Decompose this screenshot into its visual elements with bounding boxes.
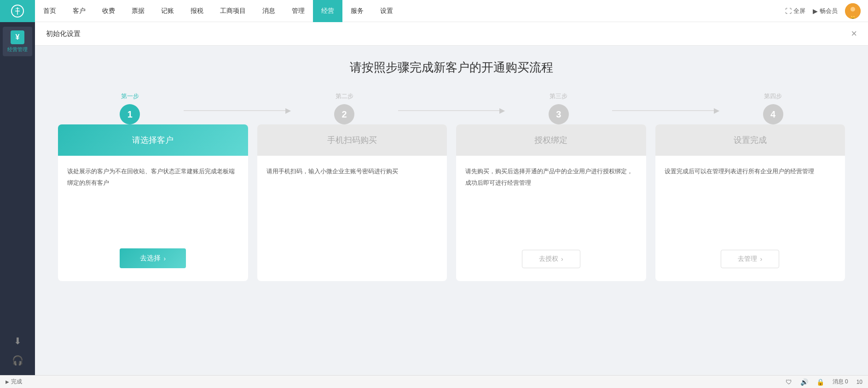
chevron-right-3-icon: › <box>760 255 762 263</box>
shield-icon: 🛡 <box>786 378 792 386</box>
nav-item-manage[interactable]: 管理 <box>284 0 313 22</box>
nav-items: 首页 客户 收费 票据 记账 报税 工商项目 消息 管理 经营 服务 设置 <box>35 0 785 22</box>
card-4: 设置完成 设置完成后可以在管理列表进行所有企业用户的经营管理 去管理 › <box>655 124 845 281</box>
page-header: 初始化设置 × <box>35 22 868 46</box>
avatar[interactable]: 😸 <box>845 3 861 19</box>
nav-item-industry[interactable]: 工商项目 <box>212 0 254 22</box>
page-title: 初始化设置 <box>46 29 81 38</box>
card-2-footer <box>257 261 447 281</box>
card-3-body: 请先购买，购买后选择开通的产品中的企业用户进行授权绑定，成功后即可进行经营管理 <box>456 156 646 242</box>
sidebar-item-label: 经营管理 <box>7 46 28 53</box>
sidebar-item-operation[interactable]: ¥ 经营管理 <box>3 27 32 56</box>
status-label: 完成 <box>11 378 22 386</box>
arrow-2-icon: ▶ <box>499 106 505 115</box>
nav-logo <box>0 0 35 22</box>
nav-right: ⛶ 全屏 ▶ 畅会员 😸 <box>785 3 868 19</box>
sidebar-headset-icon[interactable]: 🎧 <box>12 355 23 366</box>
card-2-header: 手机扫码购买 <box>257 124 447 156</box>
card-3: 授权绑定 请先购买，购买后选择开通的产品中的企业用户进行授权绑定，成功后即可进行… <box>456 124 646 281</box>
chevron-right-icon: › <box>163 255 166 262</box>
connector-3: ▶ <box>612 106 719 115</box>
statusbar-right: 🛡 🔊 🔒 消息 0 10 <box>786 378 862 386</box>
step-4: 第四步 4 <box>719 92 827 124</box>
lock-icon: 🔒 <box>816 378 824 386</box>
fullscreen-label: 全屏 <box>793 7 805 15</box>
cards-container: 请选择客户 该处展示的客户为不在回收站、客户状态正常建账后完成老板端绑定的所有客… <box>58 124 845 281</box>
step-1-label: 第一步 <box>121 92 139 100</box>
step-2-label: 第二步 <box>336 92 353 100</box>
go-select-button[interactable]: 去选择 › <box>120 248 186 268</box>
nav-item-service[interactable]: 服务 <box>342 0 372 22</box>
time-display: 10 <box>856 379 862 385</box>
nav-item-ticket[interactable]: 票据 <box>123 0 153 22</box>
arrow-1-icon: ▶ <box>285 106 291 115</box>
nav-item-customer[interactable]: 客户 <box>64 0 94 22</box>
nav-item-tax[interactable]: 报税 <box>182 0 212 22</box>
nav-item-message[interactable]: 消息 <box>254 0 284 22</box>
card-3-header: 授权绑定 <box>456 124 646 156</box>
nav-item-fee[interactable]: 收费 <box>94 0 123 22</box>
statusbar: ▶ 完成 🛡 🔊 🔒 消息 0 10 <box>0 375 868 388</box>
member-label: 畅会员 <box>820 7 838 15</box>
nav-item-bookkeeping[interactable]: 记账 <box>153 0 182 22</box>
step-4-label: 第四步 <box>764 92 782 100</box>
card-1: 请选择客户 该处展示的客户为不在回收站、客户状态正常建账后完成老板端绑定的所有客… <box>58 124 248 281</box>
nav-item-operation[interactable]: 经营 <box>313 0 342 22</box>
card-4-body: 设置完成后可以在管理列表进行所有企业用户的经营管理 <box>655 156 845 242</box>
go-manage-button[interactable]: 去管理 › <box>721 250 779 268</box>
step-2-circle: 2 <box>334 104 354 124</box>
step-3-circle: 3 <box>549 104 569 124</box>
volume-icon: 🔊 <box>800 378 808 386</box>
nav-item-settings[interactable]: 设置 <box>372 0 401 22</box>
card-4-footer: 去管理 › <box>655 242 845 281</box>
card-1-header: 请选择客户 <box>58 124 248 156</box>
step-1-circle: 1 <box>120 104 140 124</box>
close-button[interactable]: × <box>851 29 857 39</box>
operation-icon: ¥ <box>11 30 24 44</box>
svg-point-2 <box>851 7 855 12</box>
step-4-circle: 4 <box>763 104 783 124</box>
card-3-footer: 去授权 › <box>456 242 646 281</box>
arrow-3-icon: ▶ <box>714 106 719 115</box>
step-2: 第二步 2 <box>291 92 398 124</box>
fullscreen-button[interactable]: ⛶ 全屏 <box>785 7 805 15</box>
content-area: 请按照步骤完成新客户的开通购买流程 第一步 1 ▶ 第二步 <box>35 46 868 375</box>
connector-1: ▶ <box>184 106 291 115</box>
sidebar-download-icon[interactable]: ⬇ <box>14 335 22 347</box>
hero-title: 请按照步骤完成新客户的开通购买流程 <box>58 59 845 76</box>
chat-count: 消息 0 <box>833 378 848 386</box>
member-button[interactable]: ▶ 畅会员 <box>813 7 838 15</box>
card-4-header: 设置完成 <box>655 124 845 156</box>
step-3-label: 第三步 <box>550 92 567 100</box>
nav-item-home[interactable]: 首页 <box>35 0 64 22</box>
steps-row: 第一步 1 ▶ 第二步 2 <box>58 92 845 124</box>
fullscreen-icon: ⛶ <box>785 7 792 15</box>
card-1-body: 该处展示的客户为不在回收站、客户状态正常建账后完成老板端绑定的所有客户 <box>58 156 248 241</box>
step-3: 第三步 3 <box>505 92 612 124</box>
play-status-icon: ▶ <box>6 379 9 384</box>
card-2: 手机扫码购买 请用手机扫码，输入小微企业主账号密码进行购买 <box>257 124 447 281</box>
play-icon: ▶ <box>813 7 818 15</box>
card-2-body: 请用手机扫码，输入小微企业主账号密码进行购买 <box>257 156 447 261</box>
svg-text:😸: 😸 <box>851 15 855 19</box>
step-1: 第一步 1 <box>76 92 184 124</box>
chevron-right-2-icon: › <box>561 255 563 263</box>
card-1-footer: 去选择 › <box>58 241 248 281</box>
go-authorize-button[interactable]: 去授权 › <box>522 250 580 268</box>
sidebar: ¥ 经营管理 ⬇ 🎧 <box>0 22 35 375</box>
connector-2: ▶ <box>398 106 505 115</box>
main-content: 初始化设置 × 请按照步骤完成新客户的开通购买流程 第一步 1 ▶ <box>35 22 868 375</box>
